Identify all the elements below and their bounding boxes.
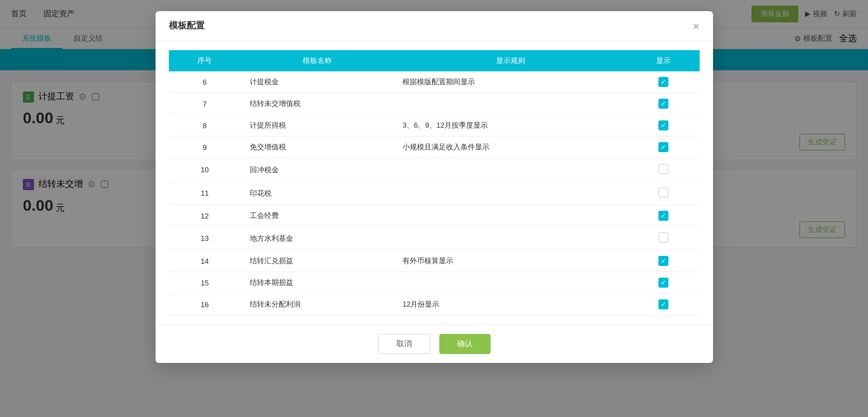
cell-rule — [394, 158, 627, 182]
checkbox-checked[interactable]: ✓ — [658, 99, 668, 109]
checkbox-checked[interactable]: ✓ — [658, 77, 668, 87]
modal-table-header-row: 序号 模板名称 显示规则 显示 — [169, 50, 700, 71]
table-row: 11印花税 — [169, 182, 700, 205]
modal-header: 模板配置 × — [156, 11, 713, 41]
checkbox-checked[interactable]: ✓ — [658, 142, 668, 152]
cell-name: 地方水利基金 — [241, 227, 394, 250]
col-index: 序号 — [169, 50, 241, 71]
modal-table: 序号 模板名称 显示规则 显示 6计提税金根据模版配置期间显示✓7结转未交增值税… — [169, 50, 700, 316]
cell-rule — [394, 93, 627, 115]
cancel-button[interactable]: 取消 — [378, 334, 430, 354]
cell-name: 免交增值税 — [241, 137, 394, 158]
cell-name: 计提税金 — [241, 71, 394, 93]
table-row: 8计提所得税3、6、9、12月按季度显示✓ — [169, 115, 700, 137]
modal-footer: 取消 确认 — [156, 324, 713, 363]
cell-index: 6 — [169, 71, 241, 93]
col-name: 模板名称 — [241, 50, 394, 71]
cell-display[interactable]: ✓ — [627, 294, 699, 316]
col-display: 显示 — [627, 50, 699, 71]
cell-rule — [394, 272, 627, 294]
checkbox-checked[interactable]: ✓ — [658, 211, 668, 221]
cell-display[interactable]: ✓ — [627, 205, 699, 227]
cell-name: 计提所得税 — [241, 115, 394, 137]
modal-title: 模板配置 — [169, 20, 205, 32]
table-row: 13地方水利基金 — [169, 227, 700, 250]
table-row: 14结转汇兑损益有外币核算显示✓ — [169, 250, 700, 272]
cell-rule — [394, 182, 627, 205]
cell-name: 结转未分配利润 — [241, 294, 394, 316]
cell-display[interactable] — [627, 182, 699, 205]
checkbox-checked[interactable]: ✓ — [658, 120, 668, 130]
cell-name: 结转本期损益 — [241, 272, 394, 294]
cell-name: 印花税 — [241, 182, 394, 205]
table-row: 15结转本期损益✓ — [169, 272, 700, 294]
cell-rule: 12月份显示 — [394, 294, 627, 316]
cell-index: 15 — [169, 272, 241, 294]
cell-index: 10 — [169, 158, 241, 182]
cell-rule: 有外币核算显示 — [394, 250, 627, 272]
cell-display[interactable] — [627, 227, 699, 250]
table-row: 10回冲税金 — [169, 158, 700, 182]
checkbox-checked[interactable]: ✓ — [658, 278, 668, 288]
modal-table-head: 序号 模板名称 显示规则 显示 — [169, 50, 700, 71]
confirm-button[interactable]: 确认 — [439, 334, 491, 354]
checkbox-checked[interactable]: ✓ — [658, 299, 668, 309]
cell-display[interactable]: ✓ — [627, 71, 699, 93]
cell-display[interactable]: ✓ — [627, 250, 699, 272]
modal-scroll-area[interactable]: 序号 模板名称 显示规则 显示 6计提税金根据模版配置期间显示✓7结转未交增值税… — [169, 50, 700, 316]
cell-display[interactable]: ✓ — [627, 137, 699, 158]
cell-display[interactable] — [627, 158, 699, 182]
cell-rule: 根据模版配置期间显示 — [394, 71, 627, 93]
cell-rule — [394, 205, 627, 227]
cell-index: 8 — [169, 115, 241, 137]
cell-index: 9 — [169, 137, 241, 158]
cell-index: 12 — [169, 205, 241, 227]
cell-name: 结转汇兑损益 — [241, 250, 394, 272]
cell-index: 14 — [169, 250, 241, 272]
col-rule: 显示规则 — [394, 50, 627, 71]
checkbox-unchecked[interactable] — [658, 187, 668, 197]
table-row: 9免交增值税小规模且满足收入条件显示✓ — [169, 137, 700, 158]
cell-index: 11 — [169, 182, 241, 205]
cell-rule: 3、6、9、12月按季度显示 — [394, 115, 627, 137]
table-row: 7结转未交增值税✓ — [169, 93, 700, 115]
modal-body: 序号 模板名称 显示规则 显示 6计提税金根据模版配置期间显示✓7结转未交增值税… — [156, 41, 713, 324]
cell-index: 7 — [169, 93, 241, 115]
cell-name: 结转未交增值税 — [241, 93, 394, 115]
table-row: 6计提税金根据模版配置期间显示✓ — [169, 71, 700, 93]
modal-template-config: 模板配置 × 序号 模板名称 显示规则 显示 6计提税金根据模版配置期间显示✓7… — [156, 11, 713, 363]
cell-display[interactable]: ✓ — [627, 93, 699, 115]
cell-display[interactable]: ✓ — [627, 272, 699, 294]
cell-rule: 小规模且满足收入条件显示 — [394, 137, 627, 158]
cell-name: 回冲税金 — [241, 158, 394, 182]
checkbox-checked[interactable]: ✓ — [658, 256, 668, 266]
modal-overlay: 模板配置 × 序号 模板名称 显示规则 显示 6计提税金根据模版配置期间显示✓7… — [0, 0, 868, 417]
modal-close-button[interactable]: × — [693, 21, 700, 32]
checkbox-unchecked[interactable] — [658, 232, 668, 243]
table-row: 16结转未分配利润12月份显示✓ — [169, 294, 700, 316]
cell-display[interactable]: ✓ — [627, 115, 699, 137]
checkbox-unchecked[interactable] — [658, 164, 668, 174]
cell-name: 工会经费 — [241, 205, 394, 227]
cell-rule — [394, 227, 627, 250]
modal-table-body: 6计提税金根据模版配置期间显示✓7结转未交增值税✓8计提所得税3、6、9、12月… — [169, 71, 700, 316]
cell-index: 13 — [169, 227, 241, 250]
table-row: 12工会经费✓ — [169, 205, 700, 227]
cell-index: 16 — [169, 294, 241, 316]
